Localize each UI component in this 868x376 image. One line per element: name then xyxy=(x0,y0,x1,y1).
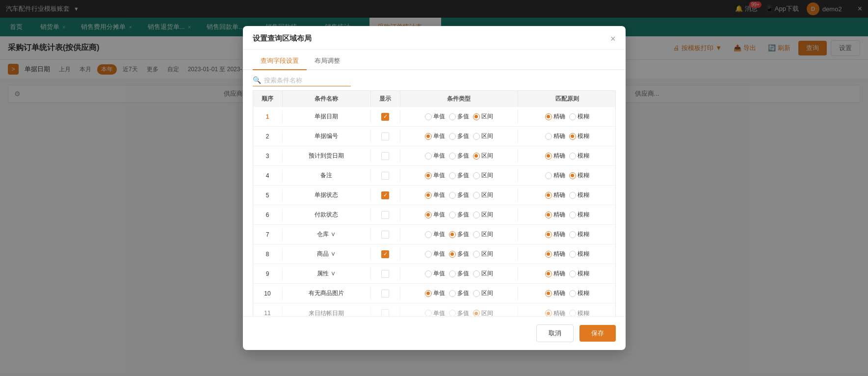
row-10-match: 精确 模糊 xyxy=(518,286,616,300)
modal-overlay: 设置查询区域布局 × 查询字段设置 布局调整 🔍 顺序 条件名称 显示 xyxy=(0,0,868,374)
row-2-checkbox[interactable] xyxy=(381,133,389,140)
row-8-match: 精确 模糊 xyxy=(518,247,616,261)
row-5-match: 精确 模糊 xyxy=(518,188,616,202)
row-8-name: 商品 ∨ xyxy=(283,247,371,261)
dialog-tabs: 查询字段设置 布局调整 xyxy=(243,52,626,70)
row-7-order: 7 xyxy=(253,228,283,241)
row-5-name: 单据状态 xyxy=(283,188,371,202)
row-10-check[interactable] xyxy=(371,287,400,300)
row-9-checkbox[interactable] xyxy=(381,270,389,278)
row-11-checkbox[interactable] xyxy=(381,309,389,316)
row-8-cond-type: 单值 多值 区间 xyxy=(400,247,518,261)
row-6-check[interactable] xyxy=(371,208,400,222)
row-2-order: 2 xyxy=(253,130,283,143)
row-1-cond-single-radio[interactable] xyxy=(425,113,432,120)
row-4-order: 4 xyxy=(253,169,283,182)
row-1-cond-multi[interactable]: 多值 xyxy=(449,112,469,121)
row-2-name: 单据编号 xyxy=(283,129,371,143)
row-5-cond-type: 单值 多值 区间 xyxy=(400,188,518,202)
row-11-cond-type: 单值 多值 区间 xyxy=(400,306,518,317)
table-row: 3 预计到货日期 单值 多值 xyxy=(253,146,615,166)
save-btn[interactable]: 保存 xyxy=(579,325,616,342)
head-name: 条件名称 xyxy=(283,91,371,107)
row-11-name: 来日结帐日期 xyxy=(283,306,371,317)
row-2-match: 精确 模糊 xyxy=(518,129,616,143)
row-9-name: 属性 ∨ xyxy=(283,267,371,281)
dialog-tab-layout-label: 布局调整 xyxy=(315,57,340,64)
table-row: 10 有无商品图片 单值 多值 xyxy=(253,284,615,303)
row-6-order: 6 xyxy=(253,209,283,221)
row-1-cond-radio-group: 单值 多值 区间 xyxy=(425,112,493,121)
head-display: 显示 xyxy=(371,91,400,107)
row-5-order: 5 xyxy=(253,189,283,202)
row-2-check[interactable] xyxy=(371,130,400,143)
head-match: 匹配原则 xyxy=(518,91,616,107)
row-1-checkbox[interactable] xyxy=(381,113,389,121)
row-9-check[interactable] xyxy=(371,267,400,281)
row-3-check[interactable] xyxy=(371,149,400,163)
row-4-name: 备注 xyxy=(283,168,371,183)
row-8-order: 8 xyxy=(253,248,283,261)
table-row: 5 单据状态 单值 多值 xyxy=(253,186,615,205)
row-1-cond-range-radio[interactable] xyxy=(473,113,480,120)
row-6-name: 付款状态 xyxy=(283,208,371,222)
table-row: 9 属性 ∨ 单值 多值 xyxy=(253,264,615,284)
row-4-check[interactable] xyxy=(371,169,400,183)
row-5-checkbox[interactable] xyxy=(381,191,389,199)
table-row: 4 备注 单值 多值 xyxy=(253,166,615,186)
row-10-order: 10 xyxy=(253,287,283,300)
row-1-match-radio-group: 精确 模糊 xyxy=(545,112,589,121)
row-7-cond-type: 单值 多值 区间 xyxy=(400,227,518,242)
dialog-close-btn[interactable]: × xyxy=(610,34,616,43)
table-row: 11 来日结帐日期 单值 多值 xyxy=(253,303,615,316)
dialog-tab-query-fields[interactable]: 查询字段设置 xyxy=(253,52,307,70)
row-7-checkbox[interactable] xyxy=(381,231,389,239)
row-9-order: 9 xyxy=(253,268,283,280)
row-5-check[interactable] xyxy=(371,188,400,202)
row-8-check[interactable] xyxy=(371,247,400,261)
row-1-match-exact-radio[interactable] xyxy=(545,113,552,120)
dialog-footer: 取消 保存 xyxy=(243,316,626,350)
row-1-match-fuzzy[interactable]: 模糊 xyxy=(569,112,589,121)
row-3-cond-type: 单值 多值 区间 xyxy=(400,149,518,163)
dialog-table: 顺序 条件名称 显示 条件类型 匹配原则 1 单据日期 xyxy=(253,90,616,316)
search-icon: 🔍 xyxy=(253,76,261,84)
row-11-order: 11 xyxy=(253,307,283,316)
table-row: 6 付款状态 单值 多值 xyxy=(253,205,615,225)
row-7-name: 仓库 ∨ xyxy=(283,227,371,242)
search-input[interactable] xyxy=(264,77,342,84)
row-7-check[interactable] xyxy=(371,228,400,242)
row-1-cond-multi-radio[interactable] xyxy=(449,113,456,120)
row-1-order: 1 xyxy=(253,110,283,123)
row-3-checkbox[interactable] xyxy=(381,152,389,160)
row-1-name: 单据日期 xyxy=(283,109,371,124)
search-wrap: 🔍 xyxy=(253,76,351,86)
cancel-btn[interactable]: 取消 xyxy=(536,324,574,342)
row-1-match-exact[interactable]: 精确 xyxy=(545,112,565,121)
row-10-name: 有无商品图片 xyxy=(283,286,371,300)
row-8-checkbox[interactable] xyxy=(381,250,389,258)
table-row: 7 仓库 ∨ 单值 多值 xyxy=(253,225,615,244)
head-order: 顺序 xyxy=(253,91,283,107)
table-row: 8 商品 ∨ 单值 多值 xyxy=(253,244,615,264)
head-cond-type: 条件类型 xyxy=(400,91,518,107)
row-6-cond-type: 单值 多值 区间 xyxy=(400,208,518,222)
row-1-match-fuzzy-radio[interactable] xyxy=(569,113,576,120)
row-6-checkbox[interactable] xyxy=(381,211,389,219)
row-1-match: 精确 模糊 xyxy=(518,109,616,124)
row-3-match: 精确 模糊 xyxy=(518,149,616,163)
dialog-tab-layout[interactable]: 布局调整 xyxy=(307,52,348,70)
row-11-check[interactable] xyxy=(371,306,400,316)
row-10-checkbox[interactable] xyxy=(381,290,389,297)
row-4-match: 精确 模糊 xyxy=(518,168,616,183)
row-4-checkbox[interactable] xyxy=(381,172,389,180)
row-1-check[interactable] xyxy=(371,110,400,124)
row-2-cond-type: 单值 多值 区间 xyxy=(400,129,518,143)
row-1-cond-type: 单值 多值 区间 xyxy=(400,109,518,124)
row-6-match: 精确 模糊 xyxy=(518,208,616,222)
row-7-match: 精确 模糊 xyxy=(518,227,616,242)
settings-dialog: 设置查询区域布局 × 查询字段设置 布局调整 🔍 顺序 条件名称 显示 xyxy=(243,26,626,350)
row-11-match: 精确 模糊 xyxy=(518,306,616,317)
row-1-cond-single[interactable]: 单值 xyxy=(425,112,445,121)
row-1-cond-range[interactable]: 区间 xyxy=(473,112,493,121)
